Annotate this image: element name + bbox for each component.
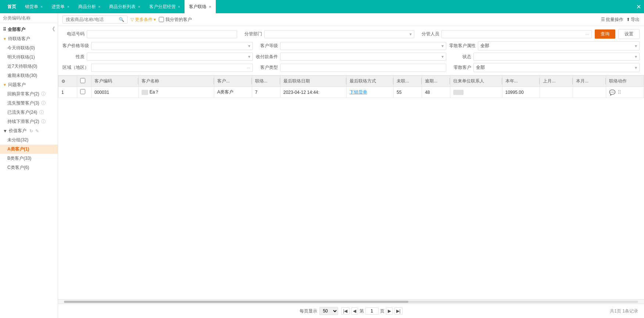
field-retail-attr: 零散客户属性 全部▾ [449,41,640,50]
filter-row-1: 电话号码 分管部门 ▾ 分管人员 ··· 查询 设置 [62,29,640,39]
last-page-button[interactable]: ▶| [394,307,402,315]
retail-customer-select[interactable]: 全部▾ [473,63,640,72]
customer-type-input[interactable] [280,64,446,72]
sidebar-item-overdue-pending[interactable]: 逾期未联络(30) [0,71,58,80]
region-select[interactable]: ··· [91,64,253,72]
field-customer-type: 客户类型 [256,64,446,72]
cell-code: 000031 [91,87,138,98]
sidebar-item-c-class[interactable]: C类客户(6) [0,163,58,172]
total-label: 共1页 1条记录 [610,308,638,314]
phone-input[interactable] [87,30,237,38]
sidebar-search-input[interactable] [3,15,58,21]
batch-action-button[interactable]: ☰ 批量操作 [601,17,623,23]
nature-select[interactable]: ▾ [87,53,253,61]
sidebar-item-declining[interactable]: 持续下滑客户(2) ⓘ [0,117,58,126]
first-page-button[interactable]: |◀ [341,307,349,315]
main-search-icon[interactable]: 🔍 [119,17,124,22]
nature-label: 性质 [62,54,85,60]
sidebar-item-tomorrow-pending[interactable]: 明天待联络(1) [0,53,58,62]
retail-attr-select[interactable]: 全部▾ [478,41,640,50]
page-controls: |◀ ◀ 第 页 ▶ ▶| [341,307,402,315]
price-level-select[interactable]: ▾ [91,42,253,50]
cell-this-month [573,87,606,98]
top-navigation: 首页 销货单 × 进货单 × 商品分析 × 商品分析列表 × 客户分层经营 × … [0,0,644,13]
sidebar-collapse-icon[interactable]: 《 [50,26,55,33]
sidebar-value-section[interactable]: ▼ 价值客户 ↻ ✎ [0,126,58,135]
close-sales-tab[interactable]: × [40,4,43,9]
per-page-select[interactable]: 50 100 200 [319,307,338,315]
setting-button[interactable]: 设置 [618,29,640,39]
refresh-icon[interactable]: ↻ [29,128,33,134]
link-icon[interactable]: ⠿ [618,89,621,95]
cell-contact-count: 7 [252,87,280,98]
table-settings-icon[interactable]: ⚙ [61,79,65,84]
tab-home[interactable]: 首页 [3,0,21,13]
table-row: 1 000031 Ea？ A类客户 7 2023-04-12 14:44: [58,87,644,98]
sidebar-item-churn-warning[interactable]: 流失预警客户(3) ⓘ [0,99,58,108]
manager-select[interactable]: ··· [441,30,592,38]
cell-overdue: 48 [422,87,450,98]
tab-sales[interactable]: 销货单 × [21,0,47,13]
main-search-input[interactable] [66,17,117,22]
my-customers-check[interactable] [159,17,164,22]
next-page-button[interactable]: ▶ [386,307,393,315]
tab-customer-tier[interactable]: 客户分层经营 × [145,0,185,13]
table-wrapper: ⚙ 客户编码 客户名称 客户... [58,75,644,299]
sidebar-item-today-pending[interactable]: 今天待联络(0) [0,43,58,53]
close-purchase-tab[interactable]: × [67,4,69,9]
my-customers-checkbox[interactable]: 我分管的客户 [159,17,192,23]
payment-select[interactable]: ▾ [280,53,446,61]
field-retail-customer: 零散客户 全部▾ [449,63,640,72]
close-analysis-tab[interactable]: × [98,4,100,9]
close-customer-contact-tab[interactable]: × [209,4,211,9]
cell-no-contact: 55 [394,87,422,98]
sidebar-item-repurchase-anomaly[interactable]: 回购异常客户(2) ⓘ [0,89,58,99]
tab-purchase[interactable]: 进货单 × [47,0,74,13]
retail-customer-label: 零散客户 [449,64,471,71]
main-layout: 🔍 ⠿ 全部客户 《 ▼ 待联络客户 今天待联络(0) 明天待联络(1) 近7天… [0,13,644,318]
status-select[interactable]: ▾ [473,53,640,61]
sidebar-item-churned[interactable]: 已流失客户(24) ⓘ [0,108,58,117]
col-last-date: 最后联络日期 [280,76,346,87]
tab-analysis-list[interactable]: 商品分析列表 × [105,0,144,13]
customer-level-select[interactable]: ▾ [280,42,446,50]
field-status: 状态 ▾ [449,53,640,61]
export-icon: ⬆ [626,17,630,22]
pagination-bar: 每页显示 50 100 200 |◀ ◀ 第 页 ▶ ▶| 共1页 1条记录 [58,304,644,318]
contact-icon[interactable]: 💬 [609,89,615,95]
query-button[interactable]: 查询 [595,29,615,39]
select-all-checkbox[interactable] [80,78,85,83]
cell-contact-person [450,87,502,98]
col-contact-count: 联络... [252,76,280,87]
customer-type-label: 客户类型 [256,64,278,71]
close-window-icon[interactable]: ✕ [636,3,641,10]
per-page-label: 每页显示 [300,308,317,314]
dept-select[interactable]: ▾ [264,30,415,38]
prev-page-button[interactable]: ◀ [351,307,358,315]
close-customer-tier-tab[interactable]: × [178,4,180,9]
problem-arrow-icon: ▼ [3,83,7,87]
field-region: 区域（地区） ··· [62,64,253,72]
cell-last-method[interactable]: 下销货单 [346,87,393,98]
sidebar-item-a-class[interactable]: A类客户(1) [0,145,58,154]
scrollbar-thumb[interactable] [64,301,408,303]
export-button[interactable]: ⬆ 导出 [626,17,640,23]
field-manager: 分管人员 ··· [417,30,592,38]
more-filters-button[interactable]: ▽ 更多条件 ▾ [130,17,156,23]
sidebar-pending-section[interactable]: ▼ 待联络客户 [0,34,58,43]
tab-analysis[interactable]: 商品分析 × [74,0,105,13]
edit-icon[interactable]: ✎ [35,128,39,134]
sidebar-all-customers[interactable]: ⠿ 全部客户 《 [0,23,58,34]
row-checkbox[interactable] [80,89,85,94]
sidebar-item-7days-pending[interactable]: 近7天待联络(0) [0,62,58,71]
info-icon: ⓘ [41,91,46,96]
close-analysis-list-tab[interactable]: × [138,4,140,9]
field-customer-level: 客户等级 ▾ [256,42,446,50]
sidebar-item-ungrouped[interactable]: 未分组(32) [0,135,58,145]
sidebar-problem-section[interactable]: ▼ 问题客户 [0,80,58,89]
last-contact-link[interactable]: 下销货单 [350,89,367,95]
page-suffix-label: 页 [380,308,384,314]
sidebar-item-b-class[interactable]: B类客户(33) [0,154,58,163]
page-number-input[interactable] [365,307,379,315]
tab-customer-contact[interactable]: 客户联络 × [185,0,215,13]
